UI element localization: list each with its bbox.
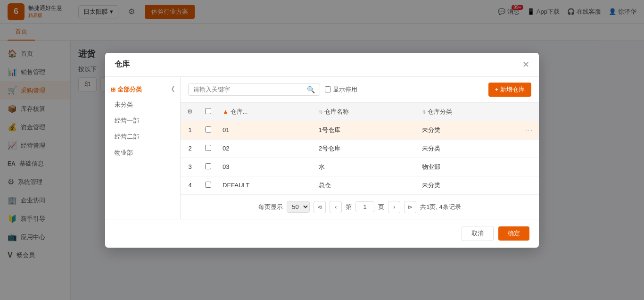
category-header: ⊞ 全部分类 《 <box>105 83 180 97</box>
right-toolbar: 🔍 显示停用 + 新增仓库 <box>181 77 539 103</box>
category-item-0[interactable]: 未分类 <box>105 97 180 113</box>
row1-checkbox-cell <box>199 121 217 139</box>
row3-code: 03 <box>217 158 313 176</box>
collapse-icon[interactable]: 《 <box>168 85 174 94</box>
row2-name: 2号仓库 <box>313 139 416 158</box>
row3-num: 3 <box>181 158 199 176</box>
last-page-button[interactable]: ⊳ <box>404 201 416 213</box>
col-actions <box>520 103 539 121</box>
pagination-bar: 每页显示 50 ⊲ ‹ 第 页 › ⊳ 共1页, 4条记录 <box>181 195 539 219</box>
next-page-button[interactable]: › <box>388 201 400 213</box>
row3-category: 物业部 <box>416 158 520 176</box>
table-header-row: ⚙ ▲ 仓库... ⇅ <box>181 103 539 121</box>
prev-page-button[interactable]: ‹ <box>330 201 342 213</box>
col-code: ▲ 仓库... <box>217 103 313 121</box>
row4-name: 总仓 <box>313 176 416 194</box>
per-page-select[interactable]: 50 <box>287 201 310 213</box>
row2-checkbox[interactable] <box>205 145 211 151</box>
search-input[interactable] <box>193 86 304 93</box>
row2-actions <box>520 139 539 158</box>
row3-checkbox-cell <box>199 158 217 176</box>
table-container: ⚙ ▲ 仓库... ⇅ <box>181 103 539 195</box>
modal-close-button[interactable]: ✕ <box>522 59 529 70</box>
col-gear: ⚙ <box>181 103 199 121</box>
row2-code: 02 <box>217 139 313 158</box>
warehouse-modal: 仓库 ✕ ⊞ 全部分类 《 未分类 经营一部 经营二部 物业部 <box>105 53 539 248</box>
col-name: ⇅ 仓库名称 <box>313 103 416 121</box>
modal-header: 仓库 ✕ <box>105 53 539 77</box>
category-item-1[interactable]: 经营一部 <box>105 113 180 129</box>
modal-title: 仓库 <box>115 59 130 69</box>
per-page-label: 每页显示 <box>258 203 283 211</box>
confirm-button[interactable]: 确定 <box>498 226 529 241</box>
header-checkbox[interactable] <box>205 108 211 114</box>
col-code-label: 仓库... <box>231 108 248 115</box>
row1-more-icon[interactable]: ··· <box>525 126 533 133</box>
col-checkbox <box>199 103 217 121</box>
col-name-label: 仓库名称 <box>324 108 349 115</box>
category-panel: ⊞ 全部分类 《 未分类 经营一部 经营二部 物业部 <box>105 77 181 219</box>
row4-checkbox-cell <box>199 176 217 194</box>
row1-checkbox[interactable] <box>205 126 211 133</box>
sort-icon-cat: ⇅ <box>422 109 426 115</box>
row1-category: 未分类 <box>416 121 520 139</box>
page-unit: 页 <box>378 203 384 211</box>
category-all-label: 全部分类 <box>117 85 142 94</box>
row3-actions <box>520 158 539 176</box>
show-disabled-label[interactable]: 显示停用 <box>325 85 357 94</box>
search-icon[interactable]: 🔍 <box>307 86 315 93</box>
row2-category: 未分类 <box>416 139 520 158</box>
first-page-button[interactable]: ⊲ <box>314 201 326 213</box>
table-row[interactable]: 1 01 1号仓库 未分类 ··· <box>181 121 539 139</box>
row4-num: 4 <box>181 176 199 194</box>
warehouse-table: ⚙ ▲ 仓库... ⇅ <box>181 103 539 195</box>
modal-overlay: 仓库 ✕ ⊞ 全部分类 《 未分类 经营一部 经营二部 物业部 <box>0 0 644 300</box>
row2-checkbox-cell <box>199 139 217 158</box>
modal-body: ⊞ 全部分类 《 未分类 经营一部 经营二部 物业部 🔍 <box>105 77 539 219</box>
row4-category: 未分类 <box>416 176 520 194</box>
show-disabled-checkbox[interactable] <box>325 86 331 92</box>
modal-footer: 取消 确定 <box>105 219 539 248</box>
row1-actions: ··· <box>520 121 539 139</box>
sort-up-icon: ▲ <box>223 108 229 115</box>
table-row[interactable]: 2 02 2号仓库 未分类 <box>181 139 539 158</box>
row4-code: DEFAULT <box>217 176 313 194</box>
row4-checkbox[interactable] <box>205 182 211 188</box>
sort-icon-name: ⇅ <box>319 109 322 115</box>
row1-name: 1号仓库 <box>313 121 416 139</box>
col-category: ⇅ 仓库分类 <box>416 103 520 121</box>
row2-num: 2 <box>181 139 199 158</box>
category-item-3[interactable]: 物业部 <box>105 145 180 161</box>
row3-checkbox[interactable] <box>205 163 211 169</box>
row4-actions <box>520 176 539 194</box>
table-row[interactable]: 3 03 水 物业部 <box>181 158 539 176</box>
row1-num: 1 <box>188 126 191 133</box>
grid-icon: ⊞ <box>111 86 116 93</box>
new-warehouse-button[interactable]: + 新增仓库 <box>488 83 531 97</box>
total-label: 共1页, 4条记录 <box>420 203 461 211</box>
category-item-2[interactable]: 经营二部 <box>105 129 180 145</box>
table-row[interactable]: 4 DEFAULT 总仓 未分类 <box>181 176 539 194</box>
page-label: 第 <box>346 203 352 211</box>
search-box: 🔍 <box>188 83 320 96</box>
cancel-button[interactable]: 取消 <box>462 226 494 241</box>
header-gear-icon: ⚙ <box>187 108 193 115</box>
show-disabled-text: 显示停用 <box>333 85 357 94</box>
row3-name: 水 <box>313 158 416 176</box>
col-category-label: 仓库分类 <box>428 108 452 115</box>
right-panel: 🔍 显示停用 + 新增仓库 ⚙ <box>181 77 539 219</box>
row1-code: 01 <box>217 121 313 139</box>
row1-gear: 1 <box>181 121 199 139</box>
page-input[interactable] <box>355 201 374 212</box>
